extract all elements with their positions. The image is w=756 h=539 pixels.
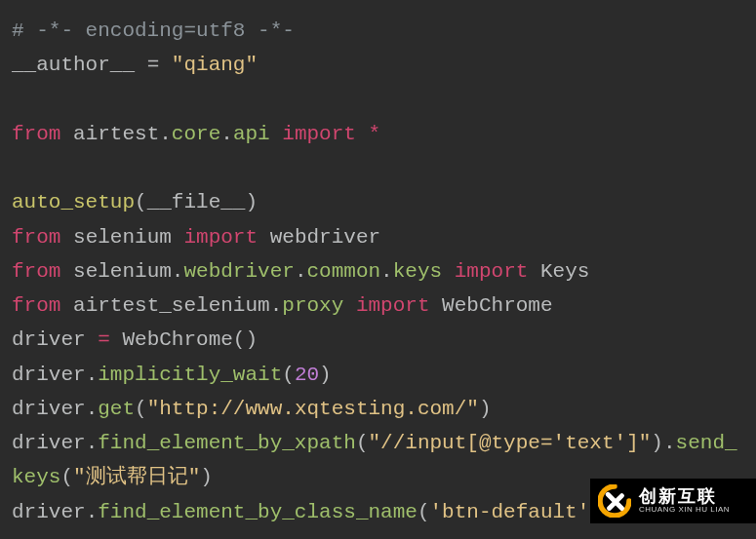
code-token: airtest (60, 123, 159, 145)
logo-subtitle: CHUANG XIN HU LIAN (639, 506, 730, 514)
logo-title: 创新互联 (639, 487, 730, 506)
code-string: "qiang" (172, 54, 258, 76)
code-keyword: from (12, 226, 60, 249)
code-token: * (356, 123, 380, 145)
code-block: # -*- encoding=utf8 -*- __author__ = "qi… (0, 0, 756, 539)
code-method: find_element_by_xpath (98, 432, 356, 454)
code-method: implicitly_wait (98, 364, 282, 386)
code-token: ( (60, 466, 73, 488)
code-token: ( (356, 432, 369, 454)
code-token: driver (12, 432, 86, 454)
code-token: = (98, 328, 110, 351)
code-string: "测试帮日记" (73, 466, 200, 488)
code-token: . (86, 432, 99, 454)
code-number: 20 (295, 364, 319, 386)
code-token: selenium (60, 226, 183, 249)
code-token: ( (135, 191, 147, 213)
code-token: driver (12, 501, 86, 523)
code-func: auto_setup (12, 191, 135, 213)
code-token: . (86, 398, 99, 420)
code-token: Keys (528, 260, 589, 283)
code-token: . (220, 123, 233, 145)
code-token: WebChrome (110, 328, 233, 351)
code-token: proxy (282, 294, 343, 317)
code-token: driver (12, 364, 86, 386)
code-token: ( (282, 364, 295, 386)
code-token: ( (418, 501, 430, 523)
code-string: "//input[@type='text']" (369, 432, 652, 454)
code-token: . (270, 294, 283, 317)
code-keyword: import (343, 294, 429, 317)
code-keyword: import (442, 260, 528, 283)
code-token: common (306, 260, 380, 283)
code-token: ) (200, 466, 213, 488)
code-token: . (86, 501, 99, 523)
code-token: . (295, 260, 307, 283)
code-token: driver (12, 328, 98, 351)
code-token: ) (245, 191, 258, 213)
code-method: get (98, 398, 135, 420)
code-token: keys (393, 260, 442, 283)
code-keyword: from (12, 123, 60, 145)
code-token: () (233, 328, 258, 351)
code-token: webdriver (183, 260, 294, 283)
code-token: . (172, 260, 184, 283)
code-token: ) (319, 364, 332, 386)
logo-icon (598, 484, 631, 518)
code-comment: # -*- encoding=utf8 -*- (12, 19, 295, 42)
code-token: WebChrome (430, 294, 553, 317)
code-keyword: from (12, 260, 60, 283)
brand-logo: 创新互联 CHUANG XIN HU LIAN (590, 479, 756, 523)
code-token: . (159, 123, 172, 145)
code-token: selenium (60, 260, 171, 283)
code-keyword: from (12, 294, 60, 317)
logo-text: 创新互联 CHUANG XIN HU LIAN (639, 487, 730, 514)
code-token: ) (651, 432, 663, 454)
code-token: webdriver (258, 226, 380, 249)
code-keyword: import (270, 123, 356, 145)
code-method: find_element_by_class_name (98, 501, 418, 523)
code-token: core (172, 123, 220, 145)
code-token: __file__ (147, 191, 246, 213)
code-token: . (663, 432, 676, 454)
code-token: __author__ (12, 54, 135, 76)
code-token: api (233, 123, 270, 145)
code-string: "http://www.xqtesting.com/" (147, 398, 479, 420)
code-token: . (380, 260, 393, 283)
code-token: airtest_selenium (60, 294, 269, 317)
code-token: . (86, 364, 99, 386)
code-token: driver (12, 398, 86, 420)
code-keyword: import (183, 226, 258, 249)
code-token: ) (479, 398, 492, 420)
code-string: 'btn-default' (430, 501, 590, 523)
code-token: ( (135, 398, 147, 420)
code-token: = (135, 54, 172, 76)
